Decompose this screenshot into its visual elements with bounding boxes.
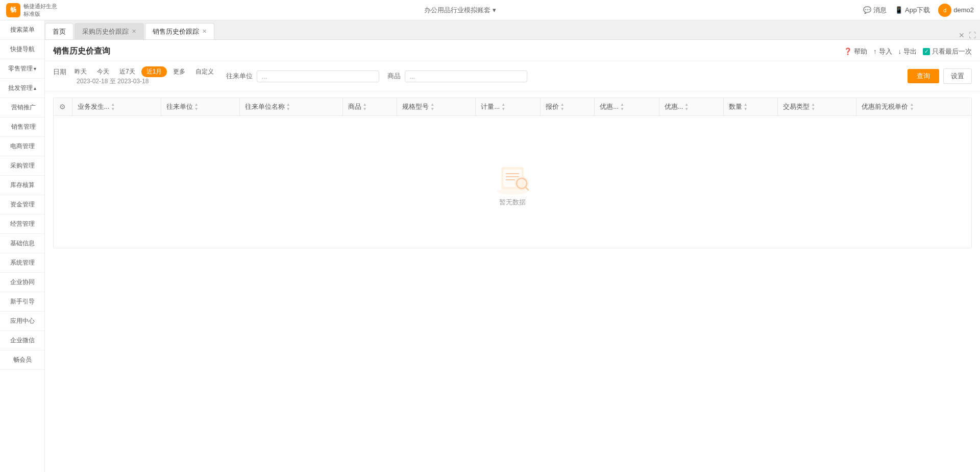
user-menu[interactable]: d demo2	[938, 4, 974, 17]
tab-home[interactable]: 首页	[45, 23, 74, 39]
query-button[interactable]: 查询	[908, 69, 939, 83]
sidebar-item-basic-info[interactable]: 基础信息	[0, 234, 44, 253]
th-quote[interactable]: 报价 ▲▼	[540, 98, 594, 116]
filter-buttons: 查询 设置	[908, 68, 972, 84]
sort-arrows-partner-name: ▲▼	[286, 103, 290, 111]
sidebar-item-search-menu[interactable]: 搜索菜单	[0, 20, 44, 40]
sidebar-item-quick-nav[interactable]: 快捷导航	[0, 40, 44, 59]
message-nav[interactable]: 💬 消息	[863, 6, 887, 15]
sidebar-item-corp-wechat[interactable]: 企业微信	[0, 331, 44, 350]
export-icon: ↓	[898, 48, 902, 55]
sort-arrows-discount2: ▲▼	[684, 103, 689, 111]
tabbar: 首页 采购历史价跟踪 ✕ 销售历史价跟踪 ✕ ✕ ⛶	[45, 20, 980, 40]
table-container: ⚙ 业务发生... ▲▼ 往来	[53, 98, 972, 248]
partner-input[interactable]: ...	[257, 70, 379, 82]
page-header: 销售历史价查询 ❓ 帮助 ↑ 导入 ↓ 导出 ✓	[45, 40, 980, 61]
topbar: 畅 畅捷通好生意 标准版 办公用品行业模拟账套 ▾ 💬 消息 📱 App下载 d…	[0, 0, 980, 20]
date-filter-row: 日期 昨天 今天 近7天 近1月 更多 自定义 2023-02-18 至 202…	[53, 66, 218, 86]
sidebar-item-wholesale-mgmt[interactable]: 批发管理 ▴	[0, 79, 44, 98]
date-range-display: 2023-02-18 至 2023-03-18	[77, 77, 149, 86]
product-label: 商品	[387, 72, 401, 81]
date-btn-today[interactable]: 今天	[93, 66, 113, 77]
sidebar-item-sales-mgmt[interactable]: 销售管理	[0, 117, 44, 137]
page-content: 销售历史价查询 ❓ 帮助 ↑ 导入 ↓ 导出 ✓	[45, 40, 980, 472]
date-btn-yesterday[interactable]: 昨天	[70, 66, 91, 77]
tab-close-sales[interactable]: ✕	[202, 29, 207, 34]
sort-arrows-discount1: ▲▼	[620, 103, 624, 111]
help-icon: ❓	[844, 48, 852, 55]
sort-arrows-quantity: ▲▼	[744, 103, 748, 111]
sidebar-item-finance[interactable]: 资金管理	[0, 195, 44, 215]
sidebar-item-retail-mgmt[interactable]: 零售管理 ▾	[0, 59, 44, 79]
th-partner-name[interactable]: 往来单位名称 ▲▼	[239, 98, 342, 116]
th-partner-code[interactable]: 往来单位 ▲▼	[161, 98, 239, 116]
th-trade-type[interactable]: 交易类型 ▲▼	[778, 98, 856, 116]
date-btn-1month[interactable]: 近1月	[141, 66, 167, 77]
app-selector[interactable]: 办公用品行业模拟账套 ▾	[424, 6, 496, 15]
content-area: 首页 采购历史价跟踪 ✕ 销售历史价跟踪 ✕ ✕ ⛶ 销售历史价查询	[45, 20, 980, 472]
date-label: 日期	[53, 67, 66, 77]
tab-close-purchase[interactable]: ✕	[132, 29, 136, 34]
empty-state-text: 暂无数据	[499, 198, 526, 207]
app-download-nav[interactable]: 📱 App下载	[895, 6, 930, 15]
export-button[interactable]: ↓ 导出	[898, 47, 917, 56]
th-unit[interactable]: 计量... ▲▼	[476, 98, 540, 116]
date-shortcuts: 昨天 今天 近7天 近1月 更多 自定义	[70, 66, 218, 77]
tab-sales-history[interactable]: 销售历史价跟踪 ✕	[145, 23, 214, 39]
maximize-icon[interactable]: ⛶	[969, 31, 976, 39]
message-icon: 💬	[863, 6, 871, 14]
partner-label: 往来单位	[226, 72, 253, 81]
sort-arrows-product: ▲▼	[363, 103, 367, 111]
expand-icon: ▴	[34, 85, 36, 91]
sidebar-item-corp-collab[interactable]: 企业协同	[0, 273, 44, 292]
empty-state: 暂无数据	[54, 116, 971, 248]
th-product[interactable]: 商品 ▲▼	[342, 98, 397, 116]
topbar-center: 办公用品行业模拟账套 ▾	[424, 6, 496, 15]
settings-button[interactable]: 设置	[943, 68, 972, 84]
th-discount2[interactable]: 优惠... ▲▼	[659, 98, 723, 116]
product-input[interactable]: ...	[405, 70, 527, 82]
logo-area: 畅 畅捷通好生意 标准版	[6, 3, 57, 17]
date-btn-custom[interactable]: 自定义	[191, 66, 218, 77]
sort-arrows-quote: ▲▼	[560, 103, 565, 111]
topbar-left: 畅 畅捷通好生意 标准版	[6, 3, 57, 17]
sidebar-item-operations[interactable]: 经营管理	[0, 215, 44, 234]
th-pretax-price[interactable]: 优惠前无税单价 ▲▼	[856, 98, 971, 116]
expand-icon: ▾	[34, 66, 36, 72]
sort-arrows-biz-date: ▲▼	[111, 103, 115, 111]
logo-icon: 畅	[6, 3, 20, 17]
date-btn-more[interactable]: 更多	[169, 66, 189, 77]
th-biz-date[interactable]: 业务发生... ▲▼	[72, 98, 161, 116]
date-btn-last7days[interactable]: 近7天	[115, 66, 139, 77]
sidebar-item-ecommerce-mgmt[interactable]: 电商管理	[0, 137, 44, 156]
help-button[interactable]: ❓ 帮助	[844, 47, 867, 56]
gear-icon[interactable]: ⚙	[59, 103, 66, 111]
sort-arrows-spec: ▲▼	[430, 103, 434, 111]
date-filter-group: 日期 昨天 今天 近7天 近1月 更多 自定义 2023-02-18 至 202…	[53, 66, 218, 86]
avatar: d	[938, 4, 951, 17]
sidebar-item-vip-member[interactable]: 畅会员	[0, 350, 44, 370]
sidebar-item-app-center[interactable]: 应用中心	[0, 312, 44, 331]
th-discount1[interactable]: 优惠... ▲▼	[595, 98, 659, 116]
sidebar-item-purchase-mgmt[interactable]: 采购管理	[0, 156, 44, 176]
only-last-checkbox[interactable]: ✓ 只看最后一次	[923, 47, 972, 56]
sidebar-item-inventory[interactable]: 库存核算	[0, 176, 44, 195]
partner-filter-group: 往来单位 ...	[226, 70, 379, 82]
th-spec[interactable]: 规格型号 ▲▼	[397, 98, 476, 116]
tab-bar-right: ✕ ⛶	[215, 31, 980, 39]
import-icon: ↑	[873, 48, 877, 55]
product-filter-group: 商品 ...	[387, 70, 527, 82]
sort-arrows-trade-type: ▲▼	[811, 103, 815, 111]
tab-purchase-history[interactable]: 采购历史价跟踪 ✕	[75, 23, 144, 39]
sidebar-item-newbie-guide[interactable]: 新手引导	[0, 292, 44, 312]
th-quantity[interactable]: 数量 ▲▼	[723, 98, 777, 116]
data-table: ⚙ 业务发生... ▲▼ 往来	[54, 98, 971, 116]
close-all-icon[interactable]: ✕	[959, 31, 965, 39]
filter-area: 日期 昨天 今天 近7天 近1月 更多 自定义 2023-02-18 至 202…	[45, 61, 980, 91]
phone-icon: 📱	[895, 6, 903, 14]
sort-arrows-pretax-price: ▲▼	[910, 103, 914, 111]
empty-icon	[492, 157, 533, 198]
sidebar-item-system-mgmt[interactable]: 系统管理	[0, 253, 44, 273]
sidebar-item-marketing[interactable]: 营销推广	[0, 98, 44, 117]
import-button[interactable]: ↑ 导入	[873, 47, 892, 56]
